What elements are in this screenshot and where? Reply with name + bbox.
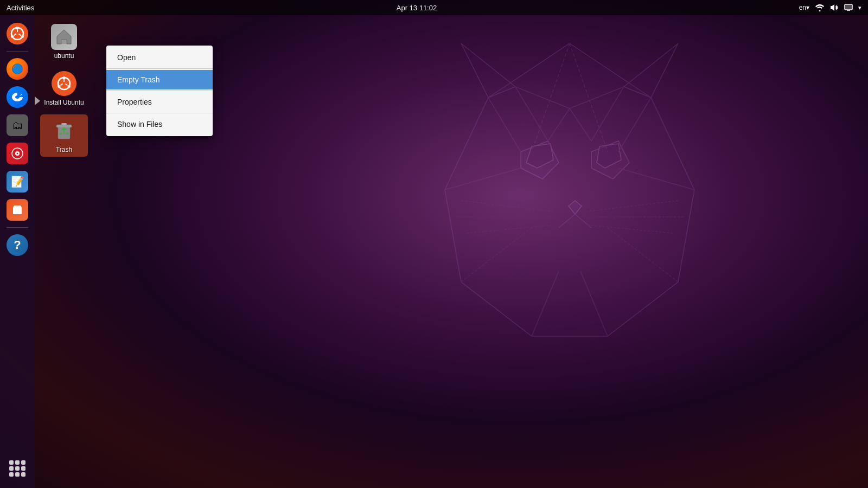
svg-rect-48 [62,40,66,44]
svg-point-45 [17,153,18,155]
context-menu-item-open[interactable]: Open [106,48,213,67]
dock-item-appstore[interactable] [4,197,30,223]
svg-marker-1 [461,43,515,98]
svg-marker-0 [445,43,694,336]
svg-line-41 [19,34,21,36]
svg-point-51 [58,85,60,88]
svg-point-50 [63,76,66,79]
ubuntu-logo-icon [7,23,28,44]
dock-item-app-grid[interactable] [4,455,30,481]
svg-point-37 [11,35,14,38]
dock-item-writer[interactable]: 📝 [4,169,30,195]
trash-icon [51,118,77,144]
desktop-icon-trash-label: Trash [56,146,72,153]
svg-point-36 [16,27,19,29]
desktop-icons-area: ubuntu Install Ubuntu [40,21,88,157]
dock-separator-1 [7,51,28,52]
dock-item-rhythmbox[interactable] [4,140,30,166]
writer-icon: 📝 [7,171,28,192]
dock: 🗂 📝 ? [0,15,35,488]
svg-point-52 [68,85,71,88]
desktop-icon-install-ubuntu[interactable]: Install Ubuntu [40,67,88,110]
dock-selection-indicator [35,97,40,105]
dock-item-thunderbird[interactable] [4,84,30,110]
files-icon: 🗂 [7,114,28,136]
datetime-display: Apr 13 11:02 [397,4,437,12]
speaker-icon[interactable] [830,3,839,12]
svg-line-40 [14,34,16,36]
svg-rect-58 [61,123,67,125]
svg-rect-33 [845,5,852,9]
lang-indicator[interactable]: en▾ [799,4,809,11]
context-menu-item-properties[interactable]: Properties [106,92,213,112]
svg-line-55 [66,84,68,86]
topbar-right: en▾ ▾ [799,3,861,12]
activities-label[interactable]: Activities [7,4,34,12]
dock-item-firefox[interactable] [4,56,30,82]
topbar-left: Activities [7,4,34,12]
dock-separator-2 [7,227,28,228]
context-menu-item-empty-trash[interactable]: Empty Trash [106,70,213,89]
wifi-icon[interactable] [815,4,825,11]
topbar: Activities Apr 13 11:02 en▾ ▾ [0,0,868,15]
ubuntu-home-icon [51,24,77,50]
cat-wallpaper-art [271,0,868,488]
desktop-icon-trash[interactable]: Trash [40,114,88,157]
context-menu: Open Empty Trash Properties Show in File… [106,46,213,136]
thunderbird-icon [7,86,28,108]
install-ubuntu-icon [51,70,77,97]
appstore-icon [7,199,28,221]
dock-item-ubuntu[interactable] [4,21,30,47]
context-menu-separator-1 [106,68,213,69]
app-grid-icon [9,460,25,477]
dock-item-help[interactable]: ? [4,232,30,258]
desktop-icon-ubuntu[interactable]: ubuntu [40,21,88,63]
system-status-icon[interactable] [844,3,853,12]
svg-point-38 [21,35,24,38]
system-chevron[interactable]: ▾ [858,4,861,11]
context-menu-item-show-in-files[interactable]: Show in Files [106,114,213,134]
topbar-center: Apr 13 11:02 [397,4,437,12]
rhythmbox-icon [7,143,28,164]
context-menu-separator-2 [106,91,213,91]
svg-line-54 [61,84,63,86]
help-icon: ? [7,234,28,256]
svg-marker-2 [624,43,678,98]
context-menu-separator-3 [106,113,213,113]
firefox-icon [7,58,28,80]
desktop-icon-install-ubuntu-label: Install Ubuntu [44,99,84,106]
dock-item-files[interactable]: 🗂 [4,112,30,138]
desktop-icon-ubuntu-label: ubuntu [54,52,74,60]
